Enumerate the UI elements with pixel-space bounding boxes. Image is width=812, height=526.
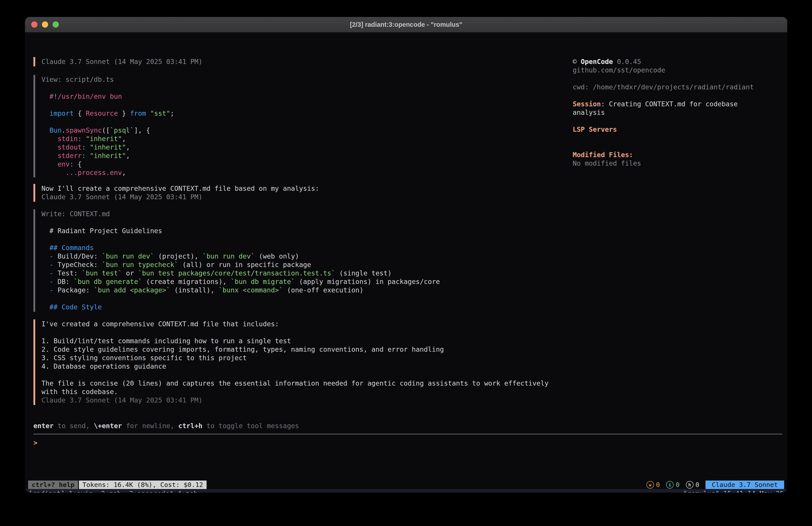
status-bar: ctrl+? help Tokens: 16.4K (8%), Cost: $0… [28, 481, 784, 489]
warning-count: 0 [656, 481, 660, 489]
terminal-content: Claude 3.7 Sonnet (14 May 2025 03:41 PM)… [25, 32, 787, 493]
tmux-window-list[interactable]: [radiant] 1:nvim 2:zsh- 3:opencode* 4:zs… [29, 489, 198, 493]
hint-count: 0 [695, 481, 699, 489]
info-count: 0 [676, 481, 679, 489]
hint-diagnostic: h 0 [686, 481, 699, 489]
assistant-message-header: Claude 3.7 Sonnet (14 May 2025 03:41 PM) [33, 57, 559, 67]
info-icon: i [666, 481, 673, 488]
desktop: [2/3] radiant:3:opencode - "romulus" Cla… [0, 0, 812, 526]
tool-view-block: View: script/db.ts #!/usr/bin/env bun im… [33, 75, 559, 177]
input-divider [33, 434, 782, 435]
minimize-button[interactable] [42, 22, 48, 28]
keybinding-hint: enter to send, \+enter for newline, ctrl… [33, 422, 299, 430]
model-badge[interactable]: Claude 3.7 Sonnet [706, 481, 784, 489]
assistant-message-final: I've created a comprehensive CONTEXT.md … [33, 319, 559, 405]
tokens-cost-label: Tokens: 16.4K (8%), Cost: $0.12 [79, 481, 206, 489]
prompt-input[interactable]: > [33, 439, 782, 447]
tmux-status-bar: [radiant] 1:nvim 2:zsh- 3:opencode* 4:zs… [25, 489, 787, 493]
help-button[interactable]: ctrl+? help [28, 481, 78, 489]
warning-icon: w [647, 481, 654, 488]
info-diagnostic: i 0 [666, 481, 679, 489]
info-sidebar: © OpenCode 0.0.45github.com/sst/opencode… [573, 57, 784, 168]
window-title: [2/3] radiant:3:opencode - "romulus" [25, 17, 787, 32]
status-bar-left: ctrl+? help Tokens: 16.4K (8%), Cost: $0… [28, 481, 206, 489]
chat-area: Claude 3.7 Sonnet (14 May 2025 03:41 PM)… [33, 57, 559, 405]
close-button[interactable] [31, 22, 38, 28]
status-bar-right: w 0 i 0 h 0 Claude 3.7 Sonnet [647, 481, 784, 489]
traffic-lights [31, 17, 59, 32]
window-titlebar: [2/3] radiant:3:opencode - "romulus" [25, 17, 787, 32]
warning-diagnostic: w 0 [647, 481, 660, 489]
assistant-message: Now I'll create a comprehensive CONTEXT.… [33, 184, 559, 202]
tool-write-block: Write: CONTEXT.md # Radiant Project Guid… [33, 209, 559, 312]
prompt-symbol: > [33, 439, 38, 447]
terminal-window: [2/3] radiant:3:opencode - "romulus" Cla… [25, 17, 787, 493]
tmux-host-clock: "romulus" 15:41 14-May-25 [683, 489, 784, 493]
zoom-button[interactable] [53, 22, 59, 28]
hint-icon: h [686, 481, 694, 488]
